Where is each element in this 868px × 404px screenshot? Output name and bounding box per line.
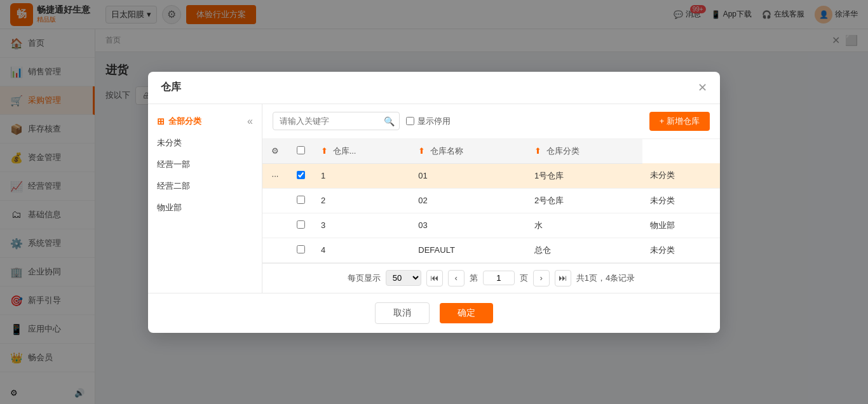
first-page-button[interactable]: ⏮	[426, 270, 443, 286]
table-row[interactable]: ···1011号仓库未分类	[262, 163, 720, 188]
row-name: 2号仓库	[527, 188, 643, 213]
page-unit-label: 页	[520, 273, 528, 284]
total-info: 共1页，4条记录	[576, 273, 635, 284]
add-warehouse-button[interactable]: + 新增仓库	[649, 112, 710, 131]
row-category: 物业部	[642, 213, 720, 238]
search-icon[interactable]: 🔍	[384, 116, 395, 126]
category-item-property[interactable]: 物业部	[148, 197, 262, 219]
row-code: DEFAULT	[410, 238, 527, 262]
category-item-uncategorized[interactable]: 未分类	[148, 132, 262, 154]
row-checkbox[interactable]	[288, 238, 313, 262]
modal-overlay: 仓库 ✕ ⊞ 全部分类 « 未分类 经营一部 经营二部 物业部	[0, 0, 868, 404]
row-checkbox[interactable]	[288, 163, 313, 188]
row-category: 未分类	[642, 163, 720, 188]
warehouse-table: ⚙ ⬆ 仓库... ⬆ 仓库名称	[262, 139, 720, 263]
search-input[interactable]	[273, 112, 400, 130]
row-actions[interactable]	[262, 213, 288, 238]
th-gear[interactable]: ⚙	[262, 139, 288, 164]
table-row[interactable]: 2022号仓库未分类	[262, 188, 720, 213]
row-actions[interactable]	[262, 238, 288, 262]
row-code: 03	[410, 213, 527, 238]
th-checkbox	[288, 139, 313, 164]
row-checkbox[interactable]	[288, 188, 313, 213]
modal-title: 仓库	[161, 81, 181, 94]
row-actions[interactable]: ···	[262, 163, 288, 188]
show-disabled-label[interactable]: 显示停用	[406, 116, 451, 127]
category-item-ops1[interactable]: 经营一部	[148, 154, 262, 175]
row-code: 02	[410, 188, 527, 213]
modal-actions: 取消 确定	[148, 293, 720, 333]
row-number: 2	[313, 188, 410, 213]
modal-header: 仓库 ✕	[148, 72, 720, 104]
last-page-button[interactable]: ⏭	[555, 270, 571, 286]
category-item-ops2[interactable]: 经营二部	[148, 175, 262, 197]
modal-main-area: 🔍 显示停用 + 新增仓库 ⚙	[262, 104, 720, 293]
grid-icon: ⊞	[157, 116, 165, 126]
row-name: 1号仓库	[527, 163, 643, 188]
page-number-input[interactable]	[483, 271, 515, 285]
collapse-icon[interactable]: «	[247, 116, 253, 127]
select-all-checkbox[interactable]	[297, 146, 305, 154]
row-actions[interactable]	[262, 188, 288, 213]
page-num-label: 第	[470, 273, 478, 284]
confirm-button[interactable]: 确定	[440, 303, 493, 323]
modal-categories-panel: ⊞ 全部分类 « 未分类 经营一部 经营二部 物业部	[148, 104, 262, 293]
row-category: 未分类	[642, 238, 720, 262]
next-page-button[interactable]: ›	[533, 270, 550, 286]
table-row[interactable]: 303水物业部	[262, 213, 720, 238]
per-page-label: 每页显示	[348, 273, 381, 284]
cancel-button[interactable]: 取消	[375, 302, 430, 324]
pagination-bar: 每页显示 50 100 200 ⏮ ‹ 第 页 › ⏭ 共1页，4条记录	[262, 263, 720, 293]
table-header-row: ⚙ ⬆ 仓库... ⬆ 仓库名称	[262, 139, 720, 164]
row-code: 01	[410, 163, 527, 188]
row-number: 4	[313, 238, 410, 262]
table-row[interactable]: 4DEFAULT总仓未分类	[262, 238, 720, 262]
row-name: 总仓	[527, 238, 643, 262]
modal-close-button[interactable]: ✕	[698, 81, 707, 95]
row-number: 3	[313, 213, 410, 238]
show-disabled-checkbox[interactable]	[406, 117, 414, 125]
warehouse-table-wrap: ⚙ ⬆ 仓库... ⬆ 仓库名称	[262, 139, 720, 263]
modal-toolbar: 🔍 显示停用 + 新增仓库	[262, 104, 720, 139]
row-checkbox[interactable]	[288, 213, 313, 238]
th-name[interactable]: ⬆ 仓库名称	[410, 139, 527, 164]
per-page-select[interactable]: 50 100 200	[386, 270, 421, 286]
row-category: 未分类	[642, 188, 720, 213]
category-header-label: 全部分类	[168, 116, 201, 127]
warehouse-modal: 仓库 ✕ ⊞ 全部分类 « 未分类 经营一部 经营二部 物业部	[148, 72, 720, 333]
th-code[interactable]: ⬆ 仓库...	[313, 139, 410, 164]
prev-page-button[interactable]: ‹	[448, 270, 465, 286]
row-number: 1	[313, 163, 410, 188]
modal-body: ⊞ 全部分类 « 未分类 经营一部 经营二部 物业部 🔍	[148, 104, 720, 293]
search-wrapper: 🔍	[273, 112, 400, 130]
th-category[interactable]: ⬆ 仓库分类	[527, 139, 643, 164]
row-name: 水	[527, 213, 643, 238]
